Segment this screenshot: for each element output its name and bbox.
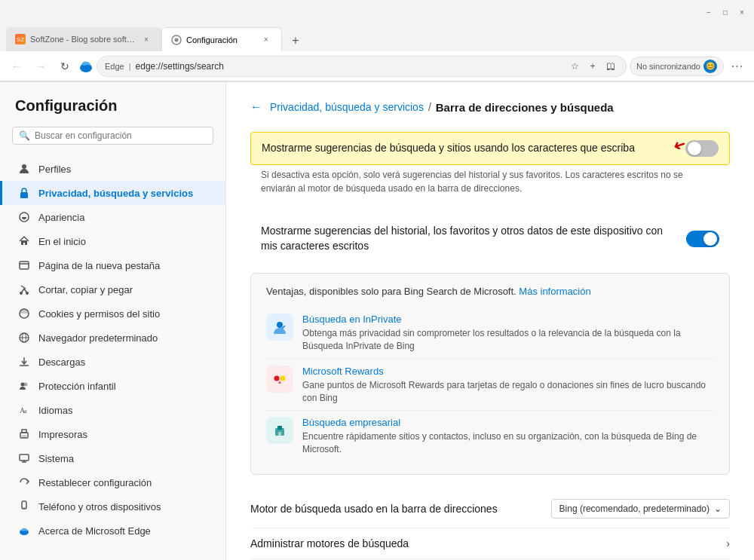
forward-button[interactable]: → (30, 56, 51, 77)
chevron-down-icon: ⌄ (714, 503, 722, 514)
back-button[interactable]: ← (6, 56, 27, 77)
title-bar-right[interactable]: − □ × (703, 6, 748, 18)
svg-point-32 (274, 375, 280, 381)
breadcrumb-link[interactable]: Privacidad, búsqueda y servicios (270, 101, 424, 113)
sidebar-item-cortar[interactable]: Cortar, copiar y pegar (0, 277, 225, 301)
sidebar-label-acerca: Acerca de Microsoft Edge (38, 525, 151, 537)
sistema-icon (17, 451, 31, 465)
search-input[interactable] (35, 130, 207, 141)
restablecer-icon (17, 476, 31, 489)
sidebar-item-restablecer[interactable]: Restablecer configuración (0, 470, 225, 494)
address-bar-icons: ☆ + 🕮 (567, 59, 618, 74)
search-engine-row: Motor de búsqueda usado en la barra de d… (250, 490, 730, 528)
sidebar-item-acerca[interactable]: Acerca de Microsoft Edge (0, 519, 225, 543)
breadcrumb-back-button[interactable]: ← (250, 100, 262, 114)
tab-bar: SZ SoftZone - Blog sobre software... × C… (0, 24, 754, 51)
sidebar-label-proteccion: Protección infantil (38, 381, 116, 392)
tab-settings[interactable]: Configuración × (161, 27, 282, 51)
setting-row-historial: Mostrarme sugerencias del historial, los… (250, 216, 730, 261)
bing-feature-icon-rewards (266, 366, 293, 393)
maximize-button[interactable]: □ (719, 6, 731, 18)
bing-feature-title-empresarial[interactable]: Búsqueda empresarial (302, 417, 714, 428)
breadcrumb-current: Barra de direcciones y búsqueda (436, 101, 614, 114)
tab-close-settings[interactable]: × (260, 34, 272, 46)
refresh-button[interactable]: ↻ (54, 56, 75, 77)
setting-row-sugerencias: Mostrarme sugerencias de búsqueda y siti… (250, 132, 730, 165)
svg-point-19 (24, 383, 28, 387)
navegador-icon (17, 331, 31, 344)
star-icon[interactable]: ☆ (567, 59, 582, 74)
sidebar-label-telefono: Teléfono y otros dispositivos (38, 501, 161, 513)
sidebar-item-idiomas[interactable]: Aa Idiomas (0, 398, 225, 422)
reading-view-icon[interactable]: 🕮 (603, 59, 618, 74)
search-engine-dropdown[interactable]: Bing (recomendado, predeterminado) ⌄ (551, 499, 730, 519)
sidebar-item-proteccion[interactable]: Protección infantil (0, 374, 225, 398)
cookies-icon (17, 307, 31, 320)
sidebar-label-cookies: Cookies y permisos del sitio (38, 308, 160, 320)
sidebar-item-apariencia[interactable]: Apariencia (0, 205, 225, 229)
sidebar-item-inicio[interactable]: En el inicio (0, 229, 225, 253)
bing-feature-title-rewards[interactable]: Microsoft Rewards (302, 366, 714, 377)
bing-feature-text-inprivate: Búsqueda en InPrivate Obtenga más privac… (302, 314, 714, 353)
minimize-button[interactable]: − (703, 6, 715, 18)
close-button[interactable]: × (736, 6, 748, 18)
manage-engines-link[interactable]: Administrar motores de búsqueda › (250, 528, 730, 559)
add-favorites-icon[interactable]: + (585, 59, 600, 74)
toggle-knob-sugerencias (688, 142, 701, 155)
sidebar-item-nueva-pestana[interactable]: Página de la nueva pestaña (0, 253, 225, 277)
svg-point-33 (280, 375, 286, 381)
bing-feature-text-empresarial: Búsqueda empresarial Encuentre rápidamen… (302, 417, 714, 456)
sidebar-item-sistema[interactable]: Sistema (0, 446, 225, 470)
descargas-icon (17, 355, 31, 369)
setting-desc-sugerencias: Si desactiva esta opción, solo verá suge… (250, 168, 730, 201)
privacidad-icon (17, 186, 31, 200)
more-button[interactable]: ··· (727, 56, 748, 77)
sidebar-item-impresoras[interactable]: Impresoras (0, 422, 225, 446)
sidebar-label-navegador: Navegador predeterminado (38, 332, 158, 344)
setting-label-sugerencias: Mostrarme sugerencias de búsqueda y siti… (262, 141, 673, 156)
sidebar-item-telefono[interactable]: Teléfono y otros dispositivos (0, 494, 225, 519)
svg-rect-35 (277, 426, 282, 430)
tab-label-settings: Configuración (186, 35, 238, 44)
svg-rect-6 (20, 262, 29, 269)
nav-bar: ← → ↻ Edge | edge://settings/search ☆ + … (0, 51, 754, 81)
title-bar: − □ × (0, 0, 754, 24)
bing-feature-title-inprivate[interactable]: Búsqueda en InPrivate (302, 314, 714, 325)
bing-title-link[interactable]: Más información (519, 286, 590, 297)
svg-rect-23 (22, 430, 26, 433)
sidebar-item-cookies[interactable]: Cookies y permisos del sitio (0, 301, 225, 326)
edge-logo (78, 59, 93, 74)
sidebar-item-navegador[interactable]: Navegador predeterminado (0, 326, 225, 350)
sidebar-label-cortar: Cortar, copiar y pegar (38, 284, 133, 295)
chevron-right-icon: › (726, 537, 730, 549)
sidebar-item-descargas[interactable]: Descargas (0, 350, 225, 374)
sidebar-label-restablecer: Restablecer configuración (38, 477, 152, 488)
sidebar-label-impresoras: Impresoras (38, 429, 87, 440)
tab-softzone[interactable]: SZ SoftZone - Blog sobre software... × (6, 27, 161, 51)
profile-button[interactable]: No sincronizando 😊 (630, 57, 724, 76)
nueva-pestana-icon (17, 259, 31, 272)
tab-favicon-softzone: SZ (15, 34, 26, 44)
svg-point-29 (23, 507, 25, 509)
bing-feature-rewards: Microsoft Rewards Gane puntos de Microso… (266, 360, 714, 412)
tab-favicon-settings (171, 35, 182, 45)
setting-historial-sugerencias: Mostrarme sugerencias del historial, los… (250, 216, 730, 475)
perfiles-icon (17, 162, 31, 176)
profile-avatar: 😊 (703, 60, 717, 73)
svg-rect-25 (20, 454, 29, 461)
sidebar-item-privacidad[interactable]: Privacidad, búsqueda y servicios (0, 181, 225, 205)
sidebar-label-apariencia: Apariencia (38, 212, 84, 223)
svg-rect-36 (278, 432, 281, 436)
bing-feature-desc-inprivate: Obtenga más privacidad sin comprometer l… (302, 327, 714, 353)
bing-feature-icon-inprivate (266, 314, 293, 341)
address-bar[interactable]: Edge | edge://settings/search ☆ + 🕮 (97, 56, 627, 77)
sidebar: Configuración 🔍 Perfiles Privacidad, bús… (0, 82, 226, 560)
toggle-knob-historial (703, 232, 717, 246)
new-tab-button[interactable]: + (285, 30, 306, 51)
toggle-sugerencias[interactable] (685, 140, 719, 157)
sidebar-item-perfiles[interactable]: Perfiles (0, 157, 225, 181)
setting-busqueda-sugerencias: Mostrarme sugerencias de búsqueda y siti… (250, 132, 730, 201)
tab-close-softzone[interactable]: × (140, 33, 152, 45)
toggle-historial[interactable] (686, 231, 719, 247)
search-box[interactable]: 🔍 (12, 127, 213, 145)
